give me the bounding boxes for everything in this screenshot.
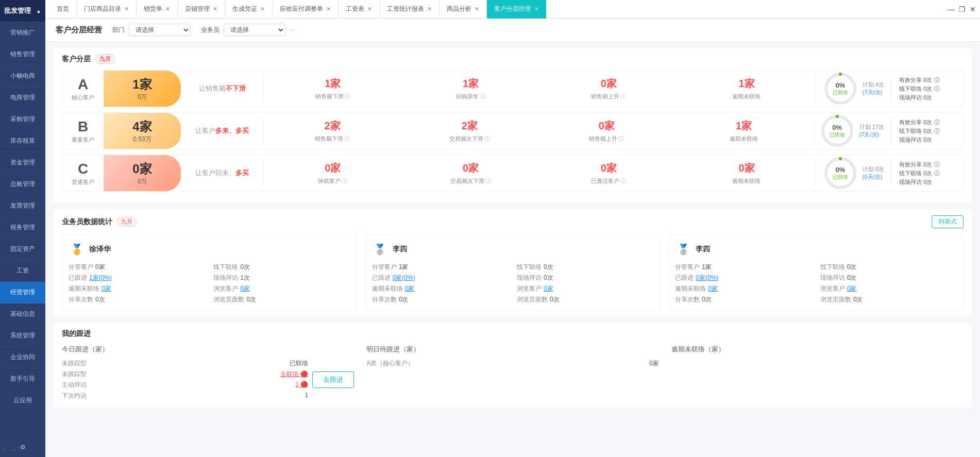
metric-overdue[interactable]: 1家 逾期未联络 — [726, 77, 767, 100]
circle-progress-b: 0% 已联络 — [819, 113, 855, 149]
close-icon[interactable]: ✕ — [124, 6, 129, 12]
sidebar-collapse-icon[interactable]: ▲ — [36, 8, 41, 14]
sidebar-item-kucun[interactable]: 库存核算 — [0, 130, 45, 152]
staff-stats-section: 业务员数据统计 九月 列表式 🥇 徐泽华 分管客户0家 线下联络0次 已跟进1家… — [54, 209, 972, 317]
staff-title-row: 业务员数据统计 九月 — [62, 217, 137, 227]
metric-c-freq[interactable]: 0家 交易频次下滑 ⓘ — [450, 161, 492, 185]
metric-c-active[interactable]: 0家 已激活客户 ⓘ — [588, 161, 629, 185]
staff-metric-0-4: 逾期未联络0家 — [69, 284, 205, 293]
window-minimize-icon[interactable]: — — [948, 5, 955, 13]
staff-metric-0-0: 分管客户0家 — [69, 263, 205, 272]
window-close-icon[interactable]: ✕ — [970, 5, 976, 13]
staff-metrics-2: 分管客户1家 线下联络0次 已跟进0家(0%) 现场拜访0次 逾期未联络0家 浏… — [675, 263, 957, 304]
staff-metrics-1: 分管客户1家 线下联络0次 已跟进0家(0%) 现场拜访0次 逾期未联络0家 浏… — [372, 263, 654, 304]
page-header: 客户分层经营 部门 请选择 业务员 请选择 ··· — [45, 19, 980, 42]
close-icon[interactable]: ✕ — [165, 6, 170, 12]
page-title: 客户分层经营 — [56, 25, 102, 35]
tab-store-items[interactable]: 门店商品目录✕ — [77, 0, 137, 19]
sidebar-item-shuiwu[interactable]: 税务管理 — [0, 217, 45, 239]
tab-store-mgmt[interactable]: 店铺管理✕ — [178, 0, 225, 19]
tab-home[interactable]: 首页 — [49, 0, 77, 19]
staff-card-header-2: 🥈 李四 — [675, 241, 957, 258]
metric-sales-up[interactable]: 0家 销售额上升 ⓘ — [588, 77, 629, 100]
tier-row-c: C 普通客户 0家 0万 让客户回来、多买 0家 休眠客户 ⓘ — [62, 155, 964, 192]
staff-metric-0-1: 线下联络0次 — [213, 263, 350, 272]
staff-card-header-0: 🥇 徐泽华 — [69, 241, 350, 258]
sidebar-item-xitong[interactable]: 系统管理 — [0, 325, 45, 347]
tier-row-b: B 重要客户 4家 0.53万 让客户多来、多买 2家 销售额下滑 ⓘ — [62, 112, 964, 149]
tab-customer-tier[interactable]: 客户分层经营✕ — [487, 0, 547, 19]
close-icon[interactable]: ✕ — [475, 6, 479, 12]
sidebar-top-label: 批发管理 — [4, 6, 31, 15]
right-stats-b: 有效分享 0次ⓘ 线下联络 0次ⓘ 现场拜访 0次 — [891, 113, 963, 149]
dept-select[interactable]: 请选择 — [129, 24, 191, 36]
tab-ar-adj[interactable]: 应收应付调整单✕ — [273, 0, 339, 19]
sidebar-item-fapiao[interactable]: 发票管理 — [0, 195, 45, 217]
sidebar-item-caigou[interactable]: 采购管理 — [0, 109, 45, 130]
sidebar-item-jingying[interactable]: 经营管理 — [0, 282, 45, 303]
tier-label-c: C 普通客户 — [62, 155, 104, 191]
staff-metric-1-5: 浏览客户0家 — [517, 284, 653, 293]
tier-count-b: 4家 0.53万 — [104, 113, 181, 149]
close-icon[interactable]: ✕ — [367, 6, 372, 12]
section-title-tier: 客户分层 九月 — [62, 54, 964, 64]
close-icon[interactable]: ✕ — [326, 6, 331, 12]
sidebar-item-dianshang[interactable]: 电商管理 — [0, 87, 45, 109]
tier-count-c: 0家 0万 — [104, 155, 181, 191]
sidebar-item-jichu[interactable]: 基础信息 — [0, 303, 45, 325]
follow-content: 今日跟进（家） 未跟踪型已联络 未跟踪型去联络 🔴 主动拜访1 🔴 — [62, 345, 964, 401]
staff-metric-1-2: 已跟进0家(0%) — [372, 274, 509, 282]
circle-progress-c: 0% 已联络 — [822, 155, 858, 191]
staff-card-2: 🥈 李四 分管客户1家 线下联络0次 已跟进0家(0%) 现场拜访0次 逾期未联… — [668, 234, 964, 311]
metric-sales-drop[interactable]: 1家 销售额下滑 ⓘ — [312, 77, 353, 100]
metric-b-overdue[interactable]: 1家 逾期未联络 — [723, 119, 765, 143]
metric-b-freq[interactable]: 2家 交易频次下滑 ⓘ — [449, 119, 490, 143]
sidebar-item-xiaoshou[interactable]: 销售管理 — [0, 44, 45, 65]
tab-product-analysis[interactable]: 商品分析✕ — [440, 0, 487, 19]
list-view-button[interactable]: 列表式 — [932, 215, 964, 228]
staff-avatar-0: 🥇 — [69, 241, 85, 258]
follow-title: 我的跟进 — [62, 329, 964, 338]
follow-row-1: 未跟踪型去联络 🔴 — [62, 369, 308, 380]
window-restore-icon[interactable]: ❐ — [959, 5, 966, 13]
staff-metric-1-3: 现场拜访0次 — [517, 274, 653, 282]
staff-metric-2-3: 现场拜访0次 — [820, 274, 957, 282]
sidebar-item-qiye[interactable]: 企业协同 — [0, 347, 45, 368]
close-icon[interactable]: ✕ — [260, 6, 265, 12]
tab-payroll[interactable]: 工资表✕ — [339, 0, 380, 19]
staff-header: 业务员数据统计 九月 列表式 — [62, 215, 964, 228]
tier-slogan-b: 让客户多来、多买 — [181, 113, 263, 149]
tab-voucher[interactable]: 生成凭证✕ — [225, 0, 273, 19]
sidebar-item-xiaodian[interactable]: 小畅电商 — [0, 65, 45, 87]
metric-c-overdue[interactable]: 0家 逾期未联络 — [726, 161, 767, 185]
staff-select[interactable]: 请选择 — [224, 24, 285, 36]
metric-c-sleep[interactable]: 0家 休眠客户 ⓘ — [312, 161, 353, 185]
close-icon[interactable]: ✕ — [427, 6, 432, 12]
staff-metric-0-2: 已跟进1家(0%) — [69, 274, 205, 282]
sidebar-item-gongzi[interactable]: 工资 — [0, 260, 45, 282]
staff-month-badge: 九月 — [116, 217, 137, 227]
metric-b-sales[interactable]: 2家 销售额下滑 ⓘ — [312, 119, 353, 143]
goto-follow-button[interactable]: 去跟进 — [312, 371, 354, 388]
tier-label-b: B 重要客户 — [62, 113, 104, 149]
close-icon[interactable]: ✕ — [534, 6, 539, 12]
close-icon[interactable]: ✕ — [213, 6, 217, 12]
sidebar-top[interactable]: 批发管理 ▲ — [0, 0, 45, 22]
more-icon[interactable]: ··· — [290, 26, 295, 33]
sidebar-item-gudingzichan[interactable]: 固定资产 — [0, 239, 45, 260]
sidebar-item-zijin[interactable]: 资金管理 — [0, 152, 45, 174]
tier-label-a: A 核心客户 — [62, 71, 104, 107]
metric-b-salesup[interactable]: 0家 销售额上升 ⓘ — [586, 119, 627, 143]
sidebar-item-zongzhang[interactable]: 总账管理 — [0, 174, 45, 195]
sidebar-item-xinshou[interactable]: 新手引导 — [0, 368, 45, 390]
tab-sales-order[interactable]: 销货单✕ — [137, 0, 178, 19]
staff-label: 业务员 — [201, 26, 219, 35]
tab-payroll-report[interactable]: 工资统计报表✕ — [380, 0, 440, 19]
sidebar-item-yun[interactable]: 云应用 — [0, 390, 45, 412]
metric-repurchase[interactable]: 1家 回购异常 ⓘ — [450, 77, 492, 100]
follow-overdue: 逾期未联络（家） — [671, 345, 964, 358]
sidebar-item-yingxiao[interactable]: 营销推广 — [0, 22, 45, 44]
staff-metric-1-6: 分享次数0次 — [372, 295, 509, 304]
right-stats-c: 有效分享 0次ⓘ 线下联络 0次ⓘ 现场拜访 0次 — [891, 155, 963, 191]
follow-row-0: 未跟踪型已联络 — [62, 358, 308, 369]
